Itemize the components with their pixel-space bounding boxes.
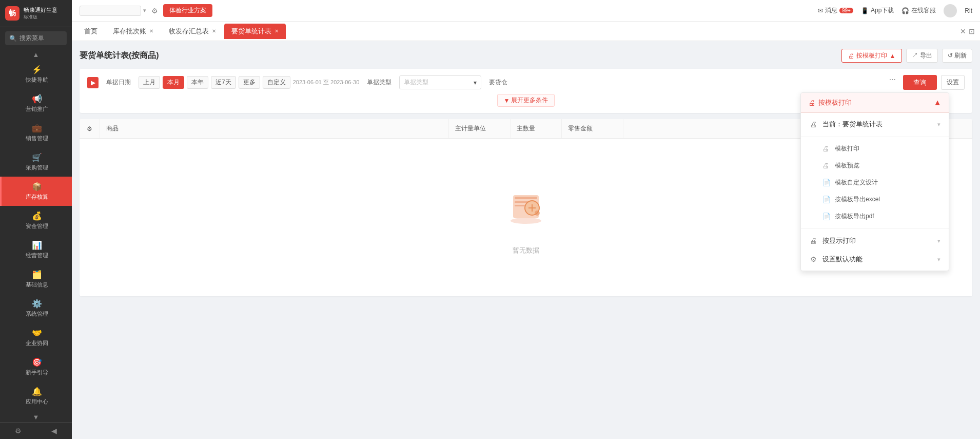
username-label: Rit (965, 7, 972, 14)
search-menu-button[interactable]: 🔍 搜索菜单 (5, 31, 67, 45)
date-btn-this-month[interactable]: 本月 (163, 76, 184, 89)
print-icon: 🖨 (848, 52, 854, 60)
col-settings[interactable]: ⚙ (80, 119, 100, 138)
sidebar-search[interactable]: 🔍 搜索菜单 (0, 27, 72, 49)
sidebar-item-quick-nav[interactable]: ⚡ 快捷导航 (0, 60, 72, 89)
message-icon: ✉ (818, 7, 823, 14)
empty-text-label: 暂无数据 (513, 246, 539, 255)
require-label: 要货仓 (489, 78, 507, 87)
display-print-icon: 🖨 (809, 237, 817, 245)
refresh-icon: ↺ (948, 52, 953, 59)
date-label: 单据日期 (106, 78, 131, 87)
topbar-gear-icon[interactable]: ⚙ (151, 7, 158, 15)
refresh-button[interactable]: ↺ 刷新 (942, 49, 972, 63)
date-btn-this-year[interactable]: 本年 (187, 76, 208, 89)
export-excel-icon: 📄 (822, 196, 831, 203)
dropdown-section-extra: 🖨 按显示打印 ▾ ⚙ 设置默认功能 ▾ (801, 230, 949, 271)
date-btn-more[interactable]: 更多 (239, 76, 260, 89)
doc-type-select[interactable]: 单据类型 ▾ (399, 75, 481, 89)
tab-receipt-summary[interactable]: 收发存汇总表 ✕ (162, 24, 223, 39)
current-template-arrow: ▾ (937, 121, 940, 128)
sidebar-collapse-button[interactable]: ◀ (51, 427, 57, 435)
sidebar-settings-button[interactable]: ⚙ (15, 427, 22, 435)
tab-receipt-summary-close[interactable]: ✕ (212, 28, 216, 34)
date-btn-custom[interactable]: 自定义 (263, 76, 290, 89)
filter-expand-icon[interactable]: ▶ (87, 77, 99, 88)
template-preview-icon: 🖨 (822, 162, 831, 169)
export-icon: ↗ (912, 52, 918, 59)
tab-order-stats-close[interactable]: ✕ (275, 28, 279, 34)
query-button[interactable]: 查询 (903, 75, 937, 90)
dropdown-item-export-excel[interactable]: 📄 按模板导出excel (801, 191, 949, 208)
sidebar-nav: ⚡ 快捷导航 📢 营销推广 💼 销售管理 🛒 采购管理 📦 库存核算 💰 (0, 60, 72, 412)
empty-illustration (500, 180, 552, 241)
sidebar-icon-quick-nav: ⚡ (32, 65, 42, 74)
sidebar-footer: ⚙ ◀ (0, 422, 72, 439)
doc-type-value: 单据类型 (404, 78, 471, 87)
sidebar-item-operation[interactable]: 📊 经营管理 (0, 235, 72, 264)
sidebar-item-inventory[interactable]: 📦 库存核算 (0, 177, 72, 206)
date-controls: 上月 本月 本年 近7天 更多 自定义 2023-06-01 至 2023-06… (139, 76, 359, 89)
col-quantity: 主数量 (511, 119, 562, 138)
print-template-button[interactable]: 🖨 按模板打印 ▲ (841, 49, 902, 63)
sidebar-item-guide[interactable]: 🎯 新手引导 (0, 352, 72, 381)
dropdown-item-display-print[interactable]: 🖨 按显示打印 ▾ (801, 232, 949, 250)
dropdown-item-current-template[interactable]: 🖨 当前：要货单统计表 ▾ (801, 115, 949, 133)
service-icon: 🎧 (901, 7, 909, 14)
tab-batch-accounts[interactable]: 库存批次账 ✕ (106, 24, 161, 39)
col-amount: 零售金额 (562, 119, 623, 138)
sidebar-item-appstore[interactable]: 🔔 应用中心 (0, 381, 72, 411)
tab-batch-accounts-close[interactable]: ✕ (149, 28, 153, 34)
dropdown-item-export-pdf[interactable]: 📄 按模板导出pdf (801, 208, 949, 225)
sidebar-item-marketing[interactable]: 📢 营销推广 (0, 89, 72, 118)
trial-button[interactable]: 体验行业方案 (163, 4, 212, 17)
sidebar-item-sales[interactable]: 💼 销售管理 (0, 118, 72, 147)
current-template-label: 当前：要货单统计表 (822, 120, 932, 129)
window-close-button[interactable]: ✕ (960, 27, 966, 35)
sidebar-item-finance[interactable]: 💰 资金管理 (0, 206, 72, 235)
dropdown-item-template-print[interactable]: 🖨 模板打印 (801, 140, 949, 157)
sidebar-item-system[interactable]: ⚙️ 系统管理 (0, 294, 72, 323)
dropdown-item-template-preview[interactable]: 🖨 模板预览 (801, 157, 949, 174)
expand-more-button[interactable]: ▼ 展开更多条件 (497, 94, 555, 107)
dropdown-item-set-default[interactable]: ⚙ 设置默认功能 ▾ (801, 250, 949, 269)
tab-home[interactable]: 首页 (77, 24, 105, 39)
sidebar-scroll-down[interactable]: ▼ (0, 412, 72, 422)
dropdown-item-template-design[interactable]: 📄 模板自定义设计 (801, 174, 949, 191)
dropdown-close-button[interactable]: ▲ (933, 98, 942, 107)
avatar[interactable] (944, 4, 957, 17)
dropdown-title: 🖨 按模板打印 (808, 98, 852, 107)
date-btn-last-month[interactable]: 上月 (139, 76, 160, 89)
sidebar-scroll-up[interactable]: ▲ (0, 49, 72, 60)
sidebar: 畅 畅康通好生意 标准版 🔍 搜索菜单 ▲ ⚡ 快捷导航 📢 营销推广 (0, 0, 72, 439)
date-range-display: 2023-06-01 至 2023-06-30 (293, 79, 360, 86)
settings-button[interactable]: 设置 (941, 75, 965, 90)
breadcrumb-input[interactable] (80, 6, 141, 16)
dropdown-section-sub: 🖨 模板打印 🖨 模板预览 📄 模板自定义设计 📄 按模板导出excel (801, 138, 949, 227)
dropdown-section-current: 🖨 当前：要货单统计表 ▾ (801, 113, 949, 136)
tab-home-label: 首页 (84, 27, 97, 36)
date-btn-7days[interactable]: 近7天 (211, 76, 236, 89)
search-icon: 🔍 (9, 35, 17, 42)
tab-order-stats[interactable]: 要货单统计表 ✕ (224, 24, 286, 39)
top-actions: 🖨 按模板打印 ▲ ↗ 导出 ↺ 刷新 (841, 49, 972, 63)
sidebar-item-basic[interactable]: 🗂️ 基础信息 (0, 264, 72, 294)
main-area: ▾ ⚙ 体验行业方案 ✉ 消息 99+ 📱 App下载 🎧 在线客服 (72, 0, 980, 439)
sidebar-label-guide: 新手引导 (26, 369, 48, 376)
message-button[interactable]: ✉ 消息 99+ (818, 6, 853, 15)
sidebar-label-marketing: 营销推广 (26, 105, 48, 113)
more-options-button[interactable]: ··· (886, 75, 899, 90)
app-download-button[interactable]: 📱 App下载 (861, 6, 894, 15)
tab-window-buttons: ✕ ⊡ (960, 27, 975, 35)
sidebar-icon-enterprise: 🤝 (32, 328, 42, 338)
online-service-button[interactable]: 🎧 在线客服 (901, 6, 936, 15)
sidebar-icon-operation: 📊 (32, 240, 42, 250)
export-button[interactable]: ↗ 导出 (906, 49, 937, 63)
window-maximize-button[interactable]: ⊡ (969, 27, 975, 35)
sidebar-item-purchase[interactable]: 🛒 采购管理 (0, 147, 72, 177)
doc-type-label: 单据类型 (367, 78, 391, 87)
app-icon: 📱 (861, 7, 869, 14)
dropdown-divider-1 (801, 137, 949, 137)
breadcrumb: ▾ (80, 6, 146, 16)
sidebar-item-enterprise[interactable]: 🤝 企业协同 (0, 323, 72, 352)
